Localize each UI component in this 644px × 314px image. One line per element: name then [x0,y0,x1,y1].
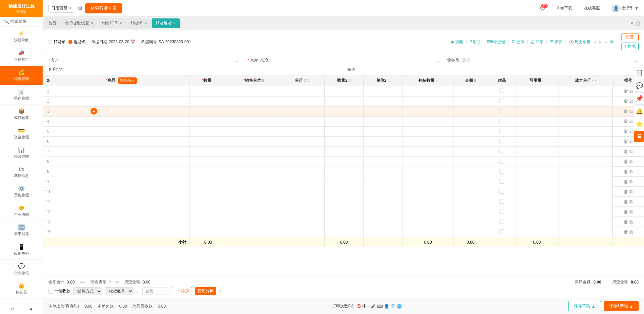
price-cell[interactable] [281,86,325,97]
gift-checkbox[interactable] [499,229,504,234]
delete-icon[interactable]: 🗑 [624,88,628,94]
cost-price-cell[interactable] [558,207,612,217]
sidebar-item-shortcut[interactable]: ⚡ 快捷导航 [0,27,43,46]
unit2-cell[interactable] [364,86,402,97]
cost-price-cell[interactable] [558,146,612,156]
gift-checkbox[interactable] [499,139,504,143]
amount-cell[interactable] [453,227,488,237]
unit2-cell[interactable] [364,177,402,187]
sidebar-item-operation[interactable]: 📊 经营管理 [0,143,43,163]
sidebar-item-sales[interactable]: 💰 销售管理 [0,66,43,85]
col-settings[interactable]: ⚙ [43,75,53,86]
delete-icon[interactable]: 🗑 [624,189,628,194]
goods-cell[interactable] [53,187,190,197]
sidebar-item-guide[interactable]: 🆕 新手引导 [0,221,43,240]
help-action[interactable]: ? 帮助 [470,39,481,45]
tab-sales-return[interactable]: 销货退货 ✕ [152,18,180,28]
available-cell[interactable] [516,116,558,126]
tab-sales-goods-close[interactable]: ✕ [144,21,147,25]
qty-cell[interactable] [189,146,227,156]
gift-cell[interactable] [488,167,516,177]
sidebar-item-wechat[interactable]: 💬 企业微信 [0,260,43,279]
fee-split-btn[interactable]: 费用分摊 [195,287,216,295]
pack-cell[interactable] [402,106,453,116]
operate-action[interactable]: ☰ 操作 [550,39,562,45]
pack-cell[interactable] [402,167,453,177]
experience-btn[interactable]: 体验行业方案 [85,3,122,13]
cost-price-cell[interactable] [558,136,612,146]
unit-cell[interactable] [227,207,281,217]
delete-icon[interactable]: 🗑 [624,99,628,104]
unit2-cell[interactable] [364,126,402,136]
unit-cell[interactable] [227,217,281,227]
qty-cell[interactable] [189,227,227,237]
amount-cell[interactable] [453,126,488,136]
price-cell[interactable] [281,96,325,106]
available-cell[interactable] [516,96,558,106]
unit2-cell[interactable] [364,96,402,106]
tab-price-settings[interactable]: 售价提取设置 ✕ [61,18,97,28]
available-cell[interactable] [516,106,558,116]
sidebar-item-apps[interactable]: 📱 应用中心 [0,240,43,260]
amount-cell[interactable] [453,207,488,217]
account-ellipsis[interactable]: ... [136,289,140,294]
sidebar-search[interactable]: 🔍 搜索菜单 [0,17,43,27]
right-tool-6[interactable]: 🖥 [634,131,644,142]
unit-cell[interactable] [227,177,281,187]
available-cell[interactable] [516,177,558,187]
qty-cell[interactable] [189,86,227,97]
qty-cell[interactable] [189,116,227,126]
qty2-cell[interactable] [324,197,363,207]
cost-price-cell[interactable] [558,156,612,167]
cost-price-cell[interactable] [558,217,612,227]
qty-cell[interactable] [189,167,227,177]
gift-checkbox[interactable] [499,88,504,93]
tab-home[interactable]: 首页 [44,18,60,28]
unit2-cell[interactable] [364,217,402,227]
available-cell[interactable] [516,187,558,197]
gift-cell[interactable] [488,227,516,237]
gift-cell[interactable] [488,116,516,126]
pack-cell[interactable] [402,217,453,227]
right-tool-4[interactable]: 🔔 [634,105,644,117]
available-cell[interactable] [516,167,558,177]
customer-input[interactable] [60,59,234,61]
delete-icon[interactable]: 🗑 [624,129,628,134]
calc-method-select[interactable]: 结算方式 [73,287,102,295]
sale-type-radio[interactable]: 销货单 [48,39,66,45]
cost-price-cell[interactable] [558,96,612,106]
delete-icon[interactable]: 🗑 [624,209,628,214]
tab-sales-goods[interactable]: 销货单 ✕ [127,18,151,28]
one-click-payment[interactable]: 一键收款 [48,288,70,294]
pack-cell[interactable] [402,227,453,237]
online-service-link[interactable]: 在线客服 [584,5,600,11]
address-select-btn[interactable]: ... [335,67,339,72]
goods-cell[interactable] [53,116,190,126]
copy-icon[interactable]: ⧉ [630,159,633,165]
gift-checkbox[interactable] [499,169,504,174]
copy-icon[interactable]: ⧉ [630,99,633,104]
topbar-gear-icon[interactable]: ⚙ [78,5,83,11]
amount-input[interactable] [142,288,169,295]
pack-cell[interactable] [402,126,453,136]
cost-price-cell[interactable] [558,116,612,126]
price-cell[interactable] [281,177,325,187]
copy-icon[interactable]: ⧉ [630,229,633,235]
gift-cell[interactable] [488,86,516,97]
copy-icon[interactable]: ⧉ [630,149,633,154]
available-cell[interactable] [516,227,558,237]
copy-icon[interactable]: ⧉ [630,109,633,114]
delete-icon[interactable]: 🗑 [624,179,628,184]
qty-cell[interactable] [189,136,227,146]
qty2-cell[interactable] [324,217,363,227]
copy-icon[interactable]: ⧉ [630,129,633,134]
gift-cell[interactable] [488,217,516,227]
staff-select-btn[interactable]: ... [635,58,639,63]
unit-cell[interactable] [227,136,281,146]
sidebar-item-member[interactable]: 👑 畅会员 [0,279,43,299]
fee-help-icon[interactable]: ? [219,289,221,294]
cost-price-cell[interactable] [558,126,612,136]
app-download-link[interactable]: App下载 [557,5,572,11]
gift-checkbox[interactable] [499,149,504,153]
goods-cell[interactable] [53,146,190,156]
